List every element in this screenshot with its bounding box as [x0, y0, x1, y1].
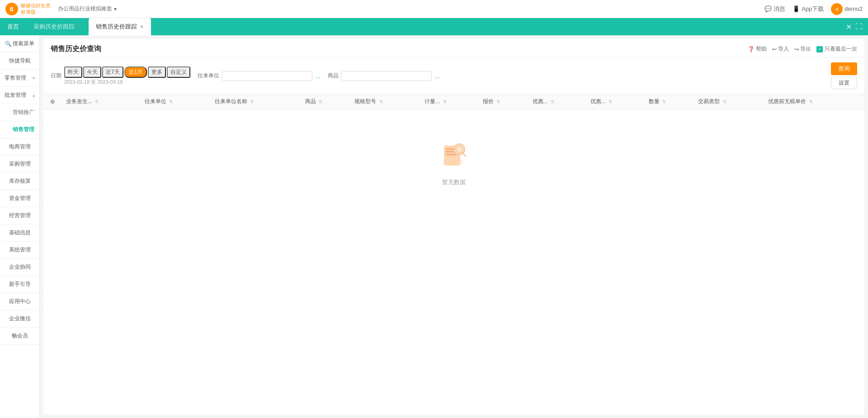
th-gear[interactable]: ⚙: [43, 94, 61, 109]
partner-picker-button[interactable]: ...: [315, 72, 321, 80]
th-trade-type[interactable]: 交易类型 ⇅: [693, 94, 764, 109]
sidebar-item-purchase[interactable]: 采购管理: [0, 156, 39, 173]
date-1month-button[interactable]: 近1月: [124, 66, 147, 78]
tab-sales-close[interactable]: ✕: [140, 24, 144, 30]
sort-icon: ⇅: [250, 99, 254, 104]
sidebar-item-guide[interactable]: 新手引导: [0, 276, 39, 293]
sidebar-item-member[interactable]: 畅会员: [0, 328, 39, 345]
tab-purchase-history[interactable]: 采购历史价跟踪 ✕: [26, 18, 89, 35]
avatar: d: [831, 3, 843, 15]
th-goods[interactable]: 商品 ⇅: [301, 94, 350, 109]
chevron-down-icon: ▾: [33, 76, 35, 81]
export-button[interactable]: ↪ 导出: [794, 45, 811, 53]
chevron-down-icon: ▾: [114, 6, 117, 12]
logo-text: 畅捷信好生意 标准版: [21, 3, 51, 14]
sidebar-item-marketing[interactable]: 营销推广: [0, 104, 39, 121]
content-area: 销售历史价查询 ❓ 帮助 ↩ 导入 ↪ 导出 ✓: [40, 35, 868, 418]
sidebar-item-wechat[interactable]: 企业微信: [0, 310, 39, 328]
th-price[interactable]: 报价 ⇅: [478, 94, 528, 109]
partner-filter-group: 往来单位 ...: [198, 71, 321, 81]
page-header: 销售历史价查询 ❓ 帮助 ↩ 导入 ↪ 导出 ✓: [43, 39, 864, 58]
filter-bar: 日期 昨天 今天 近7天 近1月 更多 自定义 2023-02-18 至 202…: [43, 58, 864, 94]
tab-sales-history[interactable]: 销售历史价跟踪 ✕: [89, 18, 151, 35]
date-more-button[interactable]: 更多: [148, 66, 166, 78]
chevron-up-icon: ▴: [33, 93, 35, 98]
sidebar-item-enterprise[interactable]: 企业协同: [0, 259, 39, 276]
sort-icon: ⇅: [169, 99, 173, 104]
sidebar-item-search[interactable]: 🔍 搜索菜单: [0, 35, 39, 52]
checkbox-icon: ✓: [816, 46, 823, 52]
sidebar-item-shortcut[interactable]: 快捷导航: [0, 52, 39, 70]
date-today-button[interactable]: 今天: [83, 66, 101, 78]
partner-label: 往来单位: [198, 72, 219, 80]
sort-icon: ⇅: [496, 99, 500, 104]
sidebar-item-retail[interactable]: 零售管理 ▾: [0, 70, 39, 87]
date-custom-button[interactable]: 自定义: [167, 66, 190, 78]
top-bar: 6 畅捷信好生意 标准版 办公用品行业模拟账套 ▾ 💬 消息 📱 App下载 d…: [0, 0, 868, 18]
goods-picker-button[interactable]: ...: [434, 72, 440, 80]
sidebar: 🔍 搜索菜单 快捷导航 零售管理 ▾ 批发管理 ▴ 营销推广 销售管理 电商管理…: [0, 35, 40, 418]
th-partner-code[interactable]: 往来单位 ⇅: [140, 94, 210, 109]
sidebar-item-appstore[interactable]: 应用中心: [0, 293, 39, 310]
tab-bar-right: ✕ ⛶: [846, 23, 868, 31]
th-pretax-price[interactable]: 优惠前无税单价 ⇅: [764, 94, 864, 109]
table-container: ⚙ 业务发生... ⇅ 往来单位 ⇅ 往来单位名称 ⇅: [43, 94, 864, 414]
sidebar-item-wholesale[interactable]: 批发管理 ▴: [0, 87, 39, 104]
sidebar-item-basic[interactable]: 基础信息: [0, 224, 39, 242]
date-filter-options: 昨天 今天 近7天 近1月 更多 自定义 2023-02-18 至 2023-0…: [64, 66, 190, 86]
query-button[interactable]: 查询: [831, 62, 857, 75]
date-yesterday-button[interactable]: 昨天: [64, 66, 82, 78]
user-menu[interactable]: d demo2: [831, 3, 863, 15]
date-7days-button[interactable]: 近7天: [102, 66, 123, 78]
tab-home[interactable]: 首页: [0, 18, 26, 35]
th-discount1[interactable]: 优惠... ⇅: [528, 94, 586, 109]
th-discount2[interactable]: 优惠... ⇅: [586, 94, 644, 109]
only-last-checkbox[interactable]: ✓ 只看最后一次: [816, 45, 857, 53]
main-layout: 🔍 搜索菜单 快捷导航 零售管理 ▾ 批发管理 ▴ 营销推广 销售管理 电商管理…: [0, 35, 868, 418]
app-download-button[interactable]: 📱 App下载: [793, 5, 824, 13]
date-filter-group: 日期 昨天 今天 近7天 近1月 更多 自定义 2023-02-18 至 202…: [51, 66, 190, 86]
sort-icon: ⇅: [443, 99, 447, 104]
th-spec[interactable]: 规格型号 ⇅: [350, 94, 420, 109]
th-quantity[interactable]: 数量 ⇅: [644, 94, 694, 109]
import-button[interactable]: ↩ 导入: [772, 45, 789, 53]
top-bar-right: 💬 消息 📱 App下载 d demo2: [764, 3, 863, 15]
empty-text: 暂无数据: [442, 178, 466, 186]
th-biz-date[interactable]: 业务发生... ⇅: [61, 94, 140, 109]
sort-icon: ⇅: [809, 99, 813, 104]
date-buttons-row: 昨天 今天 近7天 近1月 更多 自定义: [64, 66, 190, 78]
sidebar-item-finance[interactable]: 资金管理: [0, 190, 39, 207]
close-all-tabs-button[interactable]: ✕: [846, 23, 852, 31]
export-icon: ↪: [794, 46, 799, 52]
date-label: 日期: [51, 72, 61, 80]
message-button[interactable]: 💬 消息: [764, 5, 785, 13]
th-unit[interactable]: 计量... ⇅: [420, 94, 478, 109]
sidebar-item-sales[interactable]: 销售管理: [0, 121, 39, 138]
page-title: 销售历史价查询: [51, 44, 101, 54]
th-partner-name[interactable]: 往来单位名称 ⇅: [210, 94, 301, 109]
page-container: 销售历史价查询 ❓ 帮助 ↩ 导入 ↪ 导出 ✓: [43, 39, 864, 414]
sidebar-item-system[interactable]: 系统管理: [0, 242, 39, 259]
svg-rect-4: [446, 154, 457, 155]
search-icon: 🔍: [5, 41, 12, 47]
table-header-row: ⚙ 业务发生... ⇅ 往来单位 ⇅ 往来单位名称 ⇅: [43, 94, 864, 109]
phone-icon: 📱: [793, 5, 800, 12]
logo-icon: 6: [5, 3, 18, 15]
goods-filter-group: 商品 ...: [328, 71, 440, 81]
data-table: ⚙ 业务发生... ⇅ 往来单位 ⇅ 往来单位名称 ⇅: [43, 94, 864, 109]
tab-purchase-close[interactable]: ✕: [77, 24, 81, 30]
partner-input[interactable]: [222, 71, 312, 81]
sidebar-item-ecommerce[interactable]: 电商管理: [0, 138, 39, 156]
sort-icon: ⇅: [723, 99, 726, 104]
workspace-selector[interactable]: 办公用品行业模拟账套 ▾: [54, 5, 120, 13]
sidebar-item-operations[interactable]: 经营管理: [0, 207, 39, 224]
sort-icon: ⇅: [609, 99, 612, 104]
top-bar-left: 6 畅捷信好生意 标准版 办公用品行业模拟账套 ▾: [5, 3, 120, 15]
goods-input[interactable]: [341, 71, 432, 81]
sort-icon: ⇅: [662, 99, 666, 104]
settings-button[interactable]: 设置: [831, 77, 857, 89]
help-button[interactable]: ❓ 帮助: [748, 45, 767, 53]
maximize-button[interactable]: ⛶: [855, 23, 863, 31]
sidebar-item-inventory[interactable]: 库存核算: [0, 173, 39, 190]
message-icon: 💬: [764, 5, 772, 12]
